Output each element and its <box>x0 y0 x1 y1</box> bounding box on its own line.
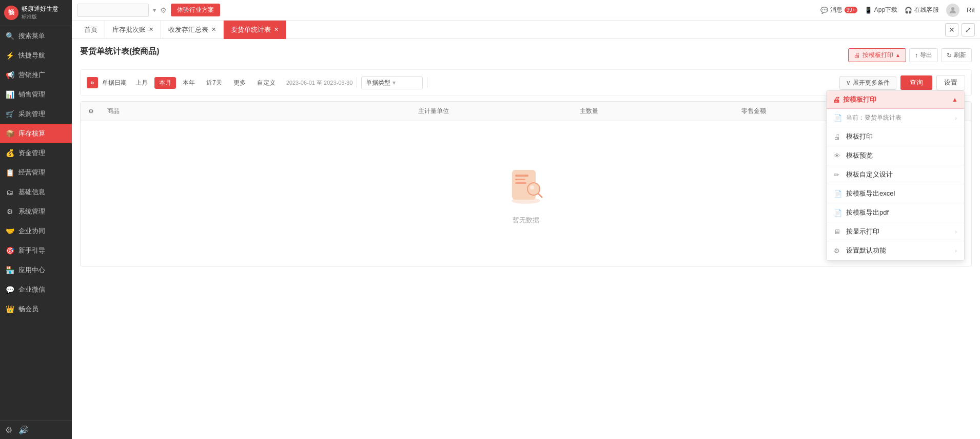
purchase-icon: 🛒 <box>5 109 14 119</box>
empty-illustration <box>503 162 549 208</box>
tab-home[interactable]: 首页 <box>77 21 105 39</box>
topbar-chevron-icon[interactable]: ▾ <box>153 7 156 14</box>
search-label: 搜索菜单 <box>18 31 45 41</box>
print-item-current[interactable]: 📄 当前：要货单统计表 › <box>827 109 964 127</box>
current-arrow: › <box>955 115 957 121</box>
notification-item[interactable]: 💬 消息 99+ <box>820 6 857 14</box>
settings-button[interactable]: 设置 <box>936 75 965 90</box>
tab-requisition[interactable]: 要货单统计表 ✕ <box>224 21 286 39</box>
sidebar-item-label: 销售管理 <box>18 90 45 99</box>
sidebar-item-sales[interactable]: 📊 销售管理 <box>0 85 72 104</box>
print-item-template-pdf[interactable]: 📄 按模板导出pdf <box>827 203 964 222</box>
tab-close-requisition[interactable]: ✕ <box>274 26 279 33</box>
quicknav-icon: ⚡ <box>5 51 14 60</box>
template-preview-label: 模板预览 <box>846 151 873 160</box>
print-item-template-excel[interactable]: 📄 按模板导出excel <box>827 184 964 203</box>
print-item-template-design[interactable]: ✏ 模板自定义设计 <box>827 165 964 184</box>
sidebar-item-label: 快捷导航 <box>18 51 45 60</box>
logo-text-group: 畅康通好生意 标准版 <box>22 5 58 21</box>
expand-tab-button[interactable]: ⤢ <box>962 23 975 36</box>
print-item-display-print[interactable]: 🖥 按显示打印 › <box>827 222 964 241</box>
th-qty: 主数量 <box>574 102 735 121</box>
date-btn-this-year[interactable]: 本年 <box>178 77 200 89</box>
type-select[interactable]: 单据类型 ▾ <box>361 77 423 89</box>
sidebar-item-basic[interactable]: 🗂 基础信息 <box>0 182 72 202</box>
close-tab-button[interactable]: ✕ <box>945 23 958 36</box>
display-print-label: 按显示打印 <box>846 227 879 236</box>
expand-label: 展开更多条件 <box>853 79 890 87</box>
svg-rect-5 <box>515 182 526 184</box>
main-content: ▾ ⚙ 体验行业方案 💬 消息 99+ 📱 App下载 🎧 在线客服 Rit <box>72 0 980 439</box>
sidebar-item-label: 经营管理 <box>18 168 45 177</box>
template-design-label: 模板自定义设计 <box>846 170 893 179</box>
filter-divider <box>357 78 357 88</box>
current-label: 当前：要货单统计表 <box>846 113 901 122</box>
print-item-template-preview[interactable]: 👁 模板预览 <box>827 146 964 165</box>
date-btn-custom[interactable]: 自定义 <box>252 77 280 89</box>
date-btn-last-month[interactable]: 上月 <box>131 77 152 89</box>
trial-button[interactable]: 体验行业方案 <box>171 4 220 16</box>
inventory-icon: 📦 <box>5 129 14 138</box>
notification-icon: 💬 <box>820 7 828 14</box>
sidebar-item-newbie[interactable]: 🎯 新手引导 <box>0 241 72 260</box>
export-button[interactable]: ↑ 导出 <box>909 48 938 62</box>
filter-toggle-button[interactable]: » <box>87 77 98 88</box>
date-label: 单据日期 <box>102 79 127 87</box>
print-dropdown-header: 🖨 按模板打印 ▲ <box>827 91 964 109</box>
template-print-label: 模板打印 <box>846 132 873 141</box>
sidebar-item-finance[interactable]: 💰 资金管理 <box>0 143 72 163</box>
date-btn-this-month[interactable]: 本月 <box>154 77 176 89</box>
tab-close-collection[interactable]: ✕ <box>211 26 216 33</box>
sidebar-item-enterprise[interactable]: 🤝 企业协同 <box>0 221 72 241</box>
user-avatar[interactable] <box>946 4 959 17</box>
svg-point-0 <box>951 7 954 10</box>
date-btn-7days[interactable]: 近7天 <box>202 77 227 89</box>
online-service-icon: 🎧 <box>905 7 912 14</box>
sidebar-item-search[interactable]: 🔍 搜索菜单 <box>0 26 72 46</box>
th-product: 商品 <box>101 102 412 121</box>
sidebar-item-appstore[interactable]: 🏪 应用中心 <box>0 260 72 280</box>
topbar-search-input[interactable] <box>77 4 149 17</box>
topbar: ▾ ⚙ 体验行业方案 💬 消息 99+ 📱 App下载 🎧 在线客服 Rit <box>72 0 980 21</box>
sidebar-item-purchase[interactable]: 🛒 采购管理 <box>0 104 72 124</box>
online-service-item[interactable]: 🎧 在线客服 <box>905 6 939 14</box>
sidebar-item-label: 采购管理 <box>18 109 45 119</box>
expand-filters-button[interactable]: ∨ 展开更多条件 <box>839 76 896 90</box>
app-download-item[interactable]: 📱 App下载 <box>865 6 897 14</box>
sidebar-item-marketing[interactable]: 📢 营销推广 <box>0 65 72 85</box>
th-settings[interactable]: ⚙ <box>81 102 101 121</box>
print-item-default-func[interactable]: ⚙ 设置默认功能 › <box>827 241 964 260</box>
print-item-template-print[interactable]: 🖨 模板打印 <box>827 127 964 146</box>
sidebar-item-inventory[interactable]: 📦 库存核算 <box>0 124 72 143</box>
sidebar-item-quicknav[interactable]: ⚡ 快捷导航 <box>0 46 72 65</box>
query-button[interactable]: 查询 <box>900 75 932 90</box>
refresh-button[interactable]: ↻ 刷新 <box>941 48 972 62</box>
default-func-arrow: › <box>955 247 957 254</box>
tab-batch[interactable]: 库存批次账 ✕ <box>105 21 161 39</box>
page-header: 要货单统计表(按商品) 🖨 按模板打印 ▲ ↑ 导出 ↻ 刷新 <box>80 46 972 64</box>
tab-close-batch[interactable]: ✕ <box>149 26 153 33</box>
template-design-icon: ✏ <box>834 171 842 179</box>
tab-collection[interactable]: 收发存汇总表 ✕ <box>161 21 224 39</box>
print-dropdown-chevron-icon[interactable]: ▲ <box>952 96 958 103</box>
footer-speaker-icon[interactable]: 🔊 <box>18 425 29 435</box>
svg-point-8 <box>530 185 534 189</box>
print-template-button[interactable]: 🖨 按模板打印 ▲ <box>848 48 906 62</box>
sales-icon: 📊 <box>5 90 14 99</box>
sidebar-item-operations[interactable]: 📋 经营管理 <box>0 163 72 182</box>
newbie-icon: 🎯 <box>5 246 14 255</box>
notification-label: 消息 <box>830 6 842 14</box>
sidebar-item-label: 畅会员 <box>18 304 38 314</box>
footer-settings-icon[interactable]: ⚙ <box>5 425 12 435</box>
date-btn-more[interactable]: 更多 <box>229 77 250 89</box>
th-product-label: 商品 <box>107 107 120 116</box>
sidebar-item-wecom[interactable]: 💬 企业微信 <box>0 280 72 299</box>
sidebar-item-membership[interactable]: 👑 畅会员 <box>0 299 72 319</box>
topbar-gear-icon[interactable]: ⚙ <box>160 6 167 14</box>
finance-icon: 💰 <box>5 148 14 158</box>
operations-icon: 📋 <box>5 168 14 177</box>
sidebar-item-label: 系统管理 <box>18 207 45 216</box>
sidebar-logo: 畅 畅康通好生意 标准版 <box>0 0 72 26</box>
sidebar-item-system[interactable]: ⚙ 系统管理 <box>0 202 72 221</box>
th-qty-label: 主数量 <box>580 107 598 116</box>
